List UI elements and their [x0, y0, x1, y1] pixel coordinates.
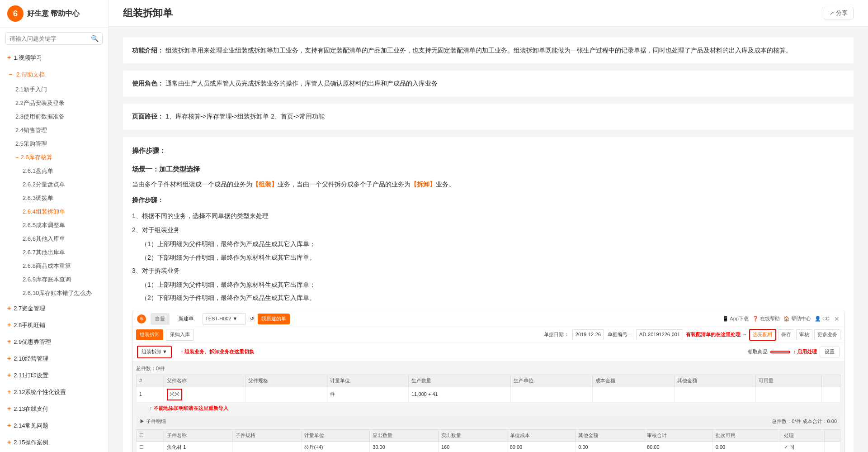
- mock-cell-name: 米米: [164, 387, 245, 402]
- sidebar-item-2-11[interactable]: + 2.11打印设置: [0, 367, 108, 384]
- mock-tab-home[interactable]: 自营: [151, 313, 170, 325]
- mock-th-parent-spec: 父件规格: [245, 375, 327, 387]
- intro-label2: 使用角色：: [132, 80, 164, 87]
- mock-lth-cost2: 其他金额: [576, 429, 644, 442]
- mock-app-icon: 📱 App下载: [722, 314, 749, 324]
- sidebar: 6 好生意 帮助中心 🔍 + 1.视频学习 − 2.帮助文档 2.1新手入门 2…: [0, 0, 108, 452]
- step-3-1: （1）上部明细为父件明细，最终作为原材料生成其它出库单；: [141, 279, 844, 290]
- sidebar-item-2-4[interactable]: 2.4销售管理: [0, 124, 108, 137]
- intro-block-1: 功能介绍： 组装拆卸单用来处理企业组装或拆卸等加工业务，支持有固定装配清单的产品…: [123, 38, 854, 63]
- mock-lth-cost1: 单位成本: [507, 429, 576, 442]
- mock-count-label: 总件数：0/件: [136, 364, 165, 373]
- step-1: 1、根据不同的业务，选择不同单据的类型来处理: [132, 210, 844, 222]
- mock-cell-unit: 件: [327, 387, 409, 402]
- mock-purchase-tab[interactable]: 采购入库: [166, 329, 194, 341]
- mock-annotation4-text: ↑ 不能地添加明细请在这里重新导入: [150, 404, 840, 413]
- mock-lth-action: [825, 429, 840, 442]
- mock-cell-qty: 11,000 + 41: [409, 387, 511, 402]
- search-box[interactable]: 🔍: [5, 32, 103, 45]
- sidebar-item-2-2[interactable]: 2.2产品安装及登录: [0, 96, 108, 110]
- sidebar-item-2-6-8[interactable]: 2.6.8商品成本重算: [0, 259, 108, 273]
- sidebar-item-2-6-4[interactable]: 2.6.4组装拆卸单: [0, 205, 108, 219]
- mock-app: 6 自营 新建单 TEST-H002 ▼ ↺ 我新建的单 📱 App下载 ❓ 在…: [132, 311, 844, 452]
- mock-doc-no[interactable]: AD-20191226-001: [636, 329, 683, 340]
- mock-th-prod-unit: 生产单位: [511, 375, 593, 387]
- expand-icon-2-10: +: [7, 354, 11, 363]
- mock-annotation1-text: 有装配清单的在这里处理: [686, 330, 741, 339]
- sidebar-item-2-9[interactable]: + 2.9优惠券管理: [0, 333, 108, 350]
- sidebar-item-2-12[interactable]: + 2.12系统个性化设置: [0, 384, 108, 400]
- mock-help-icon: ❓ 在线帮助: [752, 314, 780, 324]
- sidebar-item-2-3[interactable]: 2.3使用前数据准备: [0, 110, 108, 124]
- mock-more-btn[interactable]: 更多业务: [814, 329, 840, 340]
- sidebar-item-2-6-6[interactable]: 2.6.6其他入库单: [0, 232, 108, 246]
- sidebar-item-2-15[interactable]: + 2.15操作案例: [0, 434, 108, 451]
- mock-cell-other: [674, 387, 756, 402]
- search-icon[interactable]: 🔍: [91, 35, 99, 42]
- mock-lth-name: 子件名称: [164, 429, 233, 442]
- collapse-icon-2: −: [7, 70, 14, 79]
- intro-text1: 组装拆卸单用来处理企业组装或拆卸等加工业务，支持有固定装配清单的产品加工业务，也…: [165, 47, 792, 54]
- mock-lth-unit: 计量单位: [301, 429, 370, 442]
- sidebar-item-2-6-1[interactable]: 2.6.1盘点单: [0, 164, 108, 178]
- mock-lth-cost3: 审核合计: [644, 429, 713, 442]
- step-2-2: （2）下部明细为子件明细，最终作为原材料生成其它出库单。: [141, 252, 844, 263]
- sidebar-item-1[interactable]: + 1.视频学习: [0, 49, 108, 66]
- expand-icon-2-15: +: [7, 438, 11, 447]
- mock-tab-new[interactable]: 新建单: [174, 313, 198, 325]
- mock-th-prod-qty: 生产数量: [409, 375, 511, 387]
- sidebar-item-2-7[interactable]: + 2.7资金管理: [0, 300, 108, 317]
- step-3: 3、对于拆装业务: [132, 265, 844, 276]
- intro-label3: 页面路径：: [132, 113, 164, 120]
- sidebar-item-2-10[interactable]: + 2.10经营管理: [0, 350, 108, 367]
- mock-select-material-btn[interactable]: 选完配料: [749, 329, 776, 341]
- main-area: 组装拆卸单 ↗ 分享 功能介绍： 组装拆卸单用来处理企业组装或拆卸等加工业务，支…: [108, 0, 868, 452]
- sidebar-item-2-6-10[interactable]: 2.6.10库存账本错了怎么办: [0, 286, 108, 300]
- mock-assemble-tab[interactable]: 组装拆卸: [136, 329, 163, 340]
- mock-lth-qty: 应出数量: [370, 429, 439, 442]
- mock-right-row: 领取商品 ↑ 启用处理 设置: [748, 347, 840, 357]
- sidebar-item-2[interactable]: − 2.帮助文档: [0, 66, 108, 83]
- intro-text3: 1、库存核算->库存管理->组装拆卸单 2、首页->常用功能: [165, 113, 325, 120]
- sidebar-item-2-6-2[interactable]: 2.6.2分量盘点单: [0, 178, 108, 191]
- expand-icon-2-8: +: [7, 320, 11, 330]
- mock-cell-spec: [245, 387, 327, 402]
- sidebar-item-2-14[interactable]: + 2.14常见问题: [0, 417, 108, 434]
- app-title: 好生意 帮助中心: [27, 9, 80, 19]
- sidebar-item-label-2: 2.帮助文档: [16, 70, 45, 79]
- search-input[interactable]: [9, 35, 91, 42]
- mock-type-row: 组装拆卸 ▼ ↑ 组装业务、拆卸业务在这里切换 领取商品 ↑ 启用处理 设置: [132, 343, 844, 362]
- mock-selector[interactable]: TEST-H002 ▼: [203, 313, 246, 325]
- mock-upper-table: # 父件名称 父件规格 计量单位 生产数量 生产单位 成本金额 其他金额 可用量: [136, 375, 840, 402]
- mock-cell-num: 1: [137, 387, 164, 402]
- mock-new-order-btn[interactable]: 我新建的单: [258, 314, 290, 324]
- mock-doc-date[interactable]: 2019-12-26: [572, 329, 604, 340]
- mock-upper-table-header: 总件数：0/件: [136, 364, 840, 373]
- mock-set-btn[interactable]: 设置: [820, 347, 840, 357]
- mock-approve-btn[interactable]: 审核: [796, 329, 812, 340]
- mock-receive-label: 领取商品: [748, 347, 768, 357]
- expand-icon-2-12: +: [7, 387, 11, 397]
- sidebar-item-2-6[interactable]: − 2.6库存核算: [0, 151, 108, 164]
- steps-subtitle: 操作步骤：: [132, 195, 844, 206]
- mock-refresh-icon[interactable]: ↺: [249, 316, 255, 322]
- mock-name-input[interactable]: 米米: [167, 389, 182, 400]
- mock-save-btn[interactable]: 保存: [778, 329, 794, 340]
- mock-cell-prod-unit: [511, 387, 593, 402]
- operations-title: 操作步骤：: [132, 144, 844, 157]
- mock-close-btn[interactable]: ✕: [834, 314, 840, 325]
- mock-type-dropdown[interactable]: 组装拆卸 ▼: [137, 346, 172, 358]
- share-icon: ↗: [830, 10, 834, 16]
- share-button[interactable]: ↗ 分享: [824, 7, 854, 19]
- sidebar-item-2-13[interactable]: + 2.13在线支付: [0, 400, 108, 417]
- mock-receive-input[interactable]: [770, 351, 790, 353]
- sidebar-item-2-6-9[interactable]: 2.6.9库存账本查询: [0, 273, 108, 286]
- mock-doc-no-label: 单据编号：: [608, 330, 632, 339]
- sidebar-item-2-6-7[interactable]: 2.6.7其他出库单: [0, 246, 108, 259]
- sidebar-item-2-1[interactable]: 2.1新手入门: [0, 83, 108, 96]
- sidebar-item-2-6-3[interactable]: 2.6.3调拨单: [0, 191, 108, 205]
- expand-icon-2-13: +: [7, 404, 11, 414]
- sidebar-item-2-6-5[interactable]: 2.6.5成本调整单: [0, 219, 108, 232]
- sidebar-item-2-8[interactable]: + 2.8手机旺铺: [0, 317, 108, 333]
- sidebar-item-2-5[interactable]: 2.5采购管理: [0, 137, 108, 151]
